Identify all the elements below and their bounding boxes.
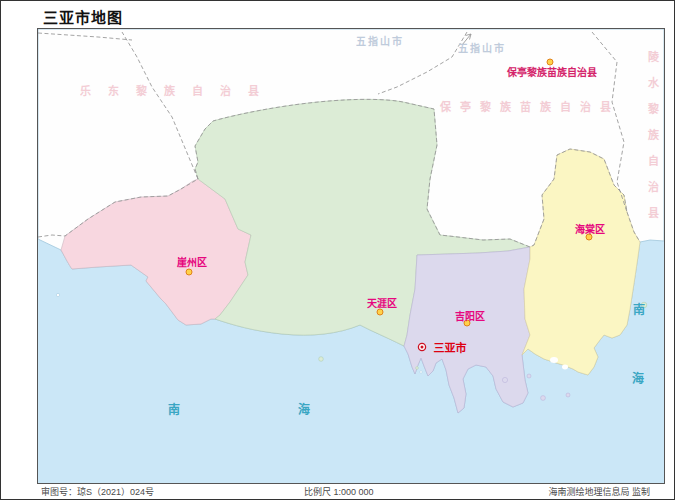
island [319,357,324,362]
footer-producer: 海南测绘地理信息局 监制 [548,485,650,498]
map-canvas: 崖州区 天涯区 吉阳区 海棠区 保亭黎族苗族自治县 三亚市 南 海 南 海 乐东… [37,28,665,484]
lagoon [550,357,558,363]
island [420,371,422,373]
jiyang-dot-icon [464,320,470,326]
island [566,393,570,397]
footer-scale: 比例尺 1:000 000 [304,485,374,498]
island [541,396,546,401]
tianya-dot-icon [377,309,383,315]
footer-approval-number: 审图号：琼S（2021）024号 [41,485,154,498]
baoting-dot-icon [547,59,553,65]
haitang-dot-icon [586,234,592,240]
island [56,293,59,296]
island [416,367,419,370]
map-page: 三亚市地图 [0,0,675,500]
map-svg [38,29,664,483]
sanya-city-marker-icon [418,343,425,350]
island [527,374,531,378]
yazhou-dot-icon [186,269,192,275]
lagoon [562,365,568,370]
page-title: 三亚市地图 [43,6,123,27]
island [502,377,507,382]
island [641,302,647,308]
